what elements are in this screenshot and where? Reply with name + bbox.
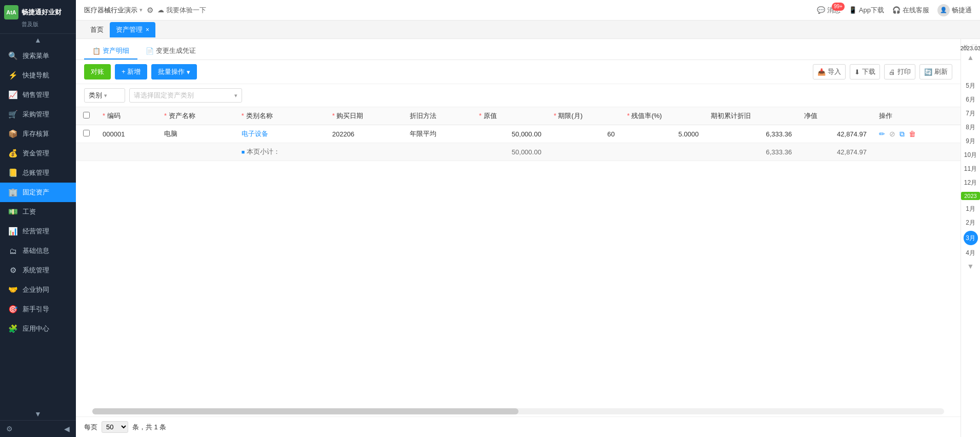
month-item[interactable]: 1月 [961, 202, 980, 216]
sidebar-item-fixedasset[interactable]: 🏢 固定资产 [0, 183, 76, 202]
new-button[interactable]: + 新增 [115, 64, 147, 80]
message-btn[interactable]: 💬 消息 99+ [817, 6, 841, 15]
col-actions: 操作 [873, 107, 961, 125]
settings-icon[interactable]: ⚙ [6, 425, 13, 433]
appstore-icon: 🧩 [8, 324, 17, 333]
customer-service-btn[interactable]: 🎧 在线客服 [892, 6, 929, 15]
year-label[interactable]: 2023 [961, 192, 980, 200]
user-label: 畅捷通 [952, 6, 972, 15]
horizontal-scrollbar[interactable] [92, 408, 944, 414]
edit-icon[interactable]: ✏ [879, 130, 885, 138]
sidebar-item-capital[interactable]: 💰 资金管理 [0, 144, 76, 163]
category-select[interactable]: 类别 ▾ [84, 88, 125, 103]
toolbar: 对账 + 新增 批量操作 ▾ 📥 导入 ⬇ 下载 [76, 60, 961, 84]
tab-home[interactable]: 首页 [84, 22, 110, 37]
month-item[interactable]: 5月 [961, 79, 980, 93]
delete-icon[interactable]: 🗑 [909, 130, 916, 138]
month-item[interactable]: 3月 [964, 231, 978, 245]
month-item[interactable]: 6月 [961, 93, 980, 107]
month-item[interactable]: 7月 [961, 107, 980, 121]
download-label: 下载 [862, 67, 875, 76]
panel-expand-icon[interactable]: ⬚ [971, 43, 977, 50]
sidebar-label-sales: 销售管理 [23, 90, 49, 100]
sidebar-item-guide[interactable]: 🎯 新手引导 [0, 300, 76, 319]
app-download-btn[interactable]: 📱 App下载 [849, 6, 884, 15]
tab-asset-management[interactable]: 资产管理 × [110, 22, 155, 37]
sidebar-label-basic: 基础信息 [23, 246, 49, 255]
category-select-arrow: ▾ [104, 92, 107, 99]
ops-icon: 📊 [8, 227, 17, 236]
month-item[interactable]: 8月 [961, 121, 980, 134]
download-button[interactable]: ⬇ 下载 [850, 64, 880, 80]
topbar-left: 医疗器械行业演示 ▾ ⚙ ☁ 我要体验一下 [84, 6, 206, 15]
coop-icon: 🤝 [8, 285, 17, 294]
month-item[interactable]: 11月 [961, 162, 980, 176]
row-checkbox[interactable] [83, 130, 90, 136]
sidebar-item-sales[interactable]: 📈 销售管理 [0, 85, 76, 105]
subtab-asset-detail-icon: 📋 [92, 47, 101, 55]
category-input[interactable]: 请选择固定资产类别 ▾ [129, 88, 242, 103]
sidebar-item-system[interactable]: ⚙ 系统管理 [0, 261, 76, 280]
sidebar-item-appstore[interactable]: 🧩 应用中心 [0, 319, 76, 339]
sidebar-item-basic[interactable]: 🗂 基础信息 [0, 241, 76, 261]
experience-label: 我要体验一下 [166, 6, 206, 15]
cell-actions: ✏ ⊘ ⧉ 🗑 [873, 125, 961, 143]
ledger-icon: 📒 [8, 168, 17, 177]
sidebar-item-quicknav[interactable]: ⚡ 快捷导航 [0, 66, 76, 85]
print-button[interactable]: 🖨 打印 [884, 64, 915, 80]
sub-tabs: 📋 资产明细 📄 变更生成凭证 [76, 39, 961, 60]
sidebar-item-ops[interactable]: 📊 经营管理 [0, 222, 76, 241]
sidebar-item-ledger[interactable]: 📒 总账管理 [0, 163, 76, 183]
refresh-icon: 🔄 [924, 68, 932, 76]
main-area: 医疗器械行业演示 ▾ ⚙ ☁ 我要体验一下 💬 消息 99+ 📱 App下载 🎧… [76, 0, 980, 437]
category-placeholder: 请选择固定资产类别 [134, 91, 194, 100]
per-page-select[interactable]: 50 100 200 [102, 421, 128, 433]
print-icon: 🖨 [889, 68, 895, 76]
col-name: 资产名称 [158, 107, 235, 125]
subtab-asset-detail[interactable]: 📋 资产明细 [84, 43, 137, 59]
content-area: 📋 资产明细 📄 变更生成凭证 对账 + 新增 批量操作 ▾ [76, 39, 980, 437]
sidebar-item-search[interactable]: 🔍 搜索菜单 [0, 46, 76, 66]
panel-up-arrow[interactable]: ▲ [967, 53, 974, 62]
sidebar-label-guide: 新手引导 [23, 305, 49, 314]
col-code: 编码 [96, 107, 158, 125]
sidebar-item-inventory[interactable]: 📦 库存核算 [0, 124, 76, 144]
refresh-button[interactable]: 🔄 刷新 [919, 64, 952, 80]
panel-close-icon[interactable]: ✕ [963, 43, 968, 50]
cell-residual-rate: 5.0000 [621, 125, 705, 143]
topbar-settings-icon[interactable]: ⚙ [147, 6, 153, 15]
subtab-change-voucher[interactable]: 📄 变更生成凭证 [137, 43, 204, 59]
experience-btn[interactable]: ☁ 我要体验一下 [157, 6, 206, 15]
month-item[interactable]: 2月 [961, 216, 980, 230]
month-item[interactable]: 10月 [961, 148, 980, 162]
download-icon: ⬇ [854, 68, 860, 76]
month-item[interactable]: 9月 [961, 134, 980, 148]
disable-icon[interactable]: ⊘ [889, 130, 895, 138]
collapse-icon[interactable]: ◀ [64, 425, 70, 433]
batch-button[interactable]: 批量操作 ▾ [151, 64, 197, 80]
reconcile-button[interactable]: 对账 [84, 64, 111, 80]
message-badge: 99+ [832, 3, 845, 11]
table-row: 000001 电脑 电子设备 202206 年限平均 50,000.00 60 … [76, 125, 961, 143]
user-btn[interactable]: 👤 畅捷通 [937, 4, 972, 16]
sales-icon: 📈 [8, 90, 17, 100]
panel-down-arrow[interactable]: ▼ [967, 262, 974, 270]
month-item[interactable]: 12月 [961, 176, 980, 190]
col-residual-rate: 残值率(%) [621, 107, 705, 125]
import-button[interactable]: 📥 导入 [813, 64, 846, 80]
company-selector[interactable]: 医疗器械行业演示 ▾ [84, 6, 143, 15]
scroll-down-icon[interactable]: ▼ [34, 410, 42, 418]
sidebar-item-coop[interactable]: 🤝 企业协同 [0, 280, 76, 300]
sidebar-item-purchase[interactable]: 🛒 采购管理 [0, 105, 76, 124]
sidebar-scroll-up[interactable]: ▲ [0, 34, 76, 46]
month-item[interactable]: 4月 [961, 246, 980, 260]
scroll-up-icon[interactable]: ▲ [34, 36, 42, 44]
select-all-checkbox[interactable] [83, 112, 90, 118]
sidebar-item-salary[interactable]: 💵 工资 [0, 202, 76, 222]
inventory-icon: 📦 [8, 129, 17, 138]
sidebar-scroll-down[interactable]: ▼ [0, 408, 76, 420]
company-name: 医疗器械行业演示 [84, 6, 137, 15]
tab-active-label: 资产管理 [116, 25, 143, 34]
copy-icon[interactable]: ⧉ [899, 130, 905, 138]
tab-close-icon[interactable]: × [146, 26, 149, 33]
